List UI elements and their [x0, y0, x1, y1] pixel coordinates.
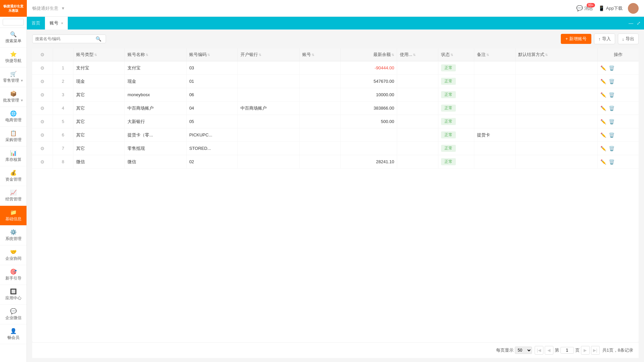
first-page-button[interactable]: |◀	[535, 346, 543, 355]
td-action: ✏️ 🗑️	[597, 61, 639, 75]
page-number-input[interactable]	[560, 347, 574, 354]
edit-button[interactable]: ✏️	[600, 132, 606, 138]
sidebar-item-retail[interactable]: 🛒 零售管理 ▼	[0, 67, 26, 87]
search-icon[interactable]: 🔍	[96, 36, 101, 42]
td-type: 其它	[73, 88, 125, 102]
delete-button[interactable]: 🗑️	[609, 92, 614, 98]
delete-button[interactable]: 🗑️	[609, 106, 614, 111]
row-gear-icon[interactable]: ⚙	[40, 65, 45, 71]
pagination: 每页显示 50 100 200 |◀ ◀ 第 页 ▶ ▶| 共1页，8条记录	[32, 342, 639, 358]
sidebar-item-wholesale[interactable]: 📦 批发管理 ▼	[0, 87, 26, 107]
th-code[interactable]: 账号编码⇅	[186, 48, 238, 61]
tab-maximize-button[interactable]: ⤢	[636, 20, 641, 26]
row-gear-icon[interactable]: ⚙	[40, 92, 45, 98]
message-button[interactable]: 💬 消息 99+	[576, 5, 593, 11]
tab-home[interactable]: 首页	[27, 17, 45, 29]
status-badge: 正常	[441, 145, 456, 152]
export-button[interactable]: ↓ 导出	[618, 34, 639, 44]
row-gear-icon[interactable]: ⚙	[40, 119, 45, 124]
sidebar-search-box[interactable]	[0, 17, 26, 28]
row-gear-icon[interactable]: ⚙	[40, 159, 45, 165]
total-info: 共1页，8条记录	[602, 347, 633, 353]
table-header-row: ⚙ 账号类型⇅ 账号名称⇅ 账号编码⇅ 开户银行⇅	[32, 48, 639, 61]
gear-icon[interactable]: ⚙	[40, 52, 45, 57]
status-badge: 正常	[441, 64, 456, 71]
row-gear-icon[interactable]: ⚙	[40, 79, 45, 84]
delete-button[interactable]: 🗑️	[609, 159, 614, 165]
search-box[interactable]: 🔍	[32, 35, 106, 43]
th-account[interactable]: 账号⇅	[300, 48, 341, 61]
td-usage	[397, 155, 438, 169]
sidebar-item-finance[interactable]: 💰 资金管理	[0, 166, 26, 186]
add-account-button[interactable]: + 新增账号	[561, 34, 591, 44]
sidebar-item-wxwork[interactable]: 💬 企业微信	[0, 305, 26, 324]
sidebar-item-system[interactable]: ⚙️ 系统管理	[0, 226, 26, 245]
sidebar-item-basic[interactable]: 📁 基础信息	[0, 206, 26, 226]
th-bank[interactable]: 开户银行⇅	[238, 48, 300, 61]
edit-button[interactable]: ✏️	[600, 119, 606, 124]
edit-button[interactable]: ✏️	[600, 92, 606, 98]
edit-button[interactable]: ✏️	[600, 65, 606, 71]
th-remark[interactable]: 备注⇅	[474, 48, 516, 61]
sidebar-item-label: 资金管理	[5, 177, 21, 182]
sidebar-item-operations[interactable]: 📈 经营管理	[0, 186, 26, 206]
sidebar-item-member[interactable]: 👤 畅会员	[0, 324, 26, 344]
sort-name-icon: ⇅	[146, 53, 148, 57]
page-input-area: 第 页	[555, 347, 580, 354]
sidebar-item-guide[interactable]: 🎯 新手引导	[0, 265, 26, 285]
sidebar-item-appcenter[interactable]: 🔲 应用中心	[0, 285, 26, 305]
td-status: 正常	[438, 128, 474, 142]
edit-button[interactable]: ✏️	[600, 79, 606, 84]
tab-close-button[interactable]: ×	[61, 21, 63, 25]
per-page-select[interactable]: 50 100 200	[515, 347, 532, 354]
sidebar-item-collab[interactable]: 🤝 企业协同	[0, 245, 26, 265]
delete-button[interactable]: 🗑️	[609, 65, 614, 71]
td-gear: ⚙	[32, 128, 53, 142]
row-gear-icon[interactable]: ⚙	[40, 132, 45, 138]
sidebar-item-inventory[interactable]: 📊 库存核算	[0, 146, 26, 166]
row-gear-icon[interactable]: ⚙	[40, 146, 45, 151]
sidebar-item-label: 畅会员	[7, 335, 19, 340]
th-type[interactable]: 账号类型⇅	[73, 48, 125, 61]
sidebar-item-ecommerce[interactable]: 🌐 电商管理	[0, 107, 26, 127]
delete-button[interactable]: 🗑️	[609, 146, 614, 151]
import-button[interactable]: ↑ 导入	[594, 34, 615, 44]
th-status[interactable]: 状态⇅	[438, 48, 474, 61]
page-size-selector[interactable]: 每页显示 50 100 200	[496, 347, 532, 354]
action-buttons: ✏️ 🗑️	[600, 79, 636, 84]
sidebar-item-search[interactable]: 🔍 搜索菜单	[0, 28, 26, 48]
action-buttons: ✏️ 🗑️	[600, 106, 636, 111]
sidebar-item-quicknav[interactable]: ⭐ 快捷导航	[0, 48, 26, 67]
mobile-icon: 📱	[598, 5, 605, 11]
last-page-button[interactable]: ▶|	[591, 346, 600, 355]
search-input[interactable]	[35, 37, 96, 41]
td-bank	[238, 155, 300, 169]
edit-button[interactable]: ✏️	[600, 146, 606, 151]
delete-button[interactable]: 🗑️	[609, 79, 614, 84]
sort-account-icon: ⇅	[312, 53, 314, 57]
delete-button[interactable]: 🗑️	[609, 132, 614, 138]
th-name[interactable]: 账号名称⇅	[125, 48, 186, 61]
user-avatar[interactable]	[628, 3, 639, 14]
th-usage[interactable]: 使用...⇅	[397, 48, 438, 61]
tab-account[interactable]: 账号 ×	[45, 17, 68, 29]
sidebar-item-purchase[interactable]: 📋 采购管理	[0, 127, 26, 146]
prev-page-button[interactable]: ◀	[545, 346, 553, 355]
th-settlement[interactable]: 默认结算方式⇅	[515, 48, 597, 61]
th-balance[interactable]: 最新余额⇅	[340, 48, 397, 61]
sidebar-search-input[interactable]	[3, 19, 24, 25]
app-download-button[interactable]: 📱 App下载	[598, 5, 623, 11]
td-action: ✏️ 🗑️	[597, 75, 639, 88]
td-remark	[474, 75, 516, 88]
td-bank	[238, 61, 300, 75]
edit-button[interactable]: ✏️	[600, 106, 606, 111]
app-download-label: App下载	[606, 5, 623, 11]
export-icon: ↓	[622, 37, 625, 42]
tab-minimize-button[interactable]: —	[628, 20, 634, 26]
edit-button[interactable]: ✏️	[600, 159, 606, 165]
row-gear-icon[interactable]: ⚙	[40, 106, 45, 111]
guide-icon: 🎯	[1, 268, 25, 275]
next-page-button[interactable]: ▶	[581, 346, 590, 355]
delete-button[interactable]: 🗑️	[609, 119, 614, 124]
per-page-label: 每页显示	[496, 347, 514, 353]
